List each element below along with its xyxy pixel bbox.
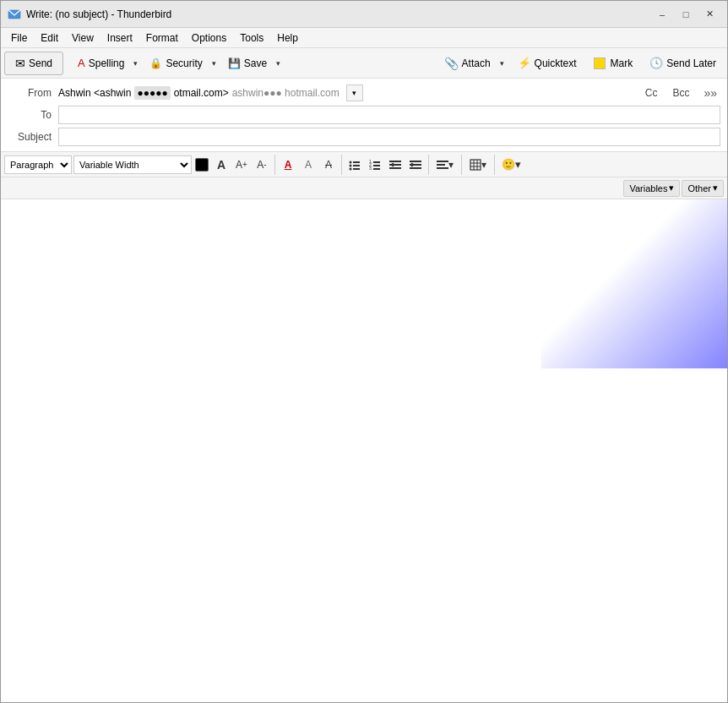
quicktext-icon: ⚡: [518, 57, 531, 69]
other-button[interactable]: Other ▾: [682, 180, 724, 197]
font-color-button[interactable]: A: [279, 155, 297, 174]
mark-button[interactable]: Mark: [586, 52, 641, 75]
quicktext-button[interactable]: ⚡ Quicktext: [510, 52, 584, 75]
increase-font-button[interactable]: A: [212, 155, 231, 174]
menu-file[interactable]: File: [4, 30, 34, 46]
svg-rect-6: [353, 168, 360, 170]
menu-edit[interactable]: Edit: [34, 30, 65, 46]
window-title: Write: (no subject) - Thunderbird: [26, 8, 651, 20]
from-row: From Ashwin <ashwin ●●●●● otmail.com> as…: [1, 82, 727, 104]
spelling-icon: A: [78, 57, 85, 69]
sendlater-button[interactable]: 🕓 Send Later: [642, 52, 724, 75]
svg-rect-20: [437, 164, 445, 166]
bcc-button[interactable]: Bcc: [668, 85, 693, 101]
extra-toolbar: Variables ▾ Other ▾: [1, 177, 727, 199]
svg-rect-17: [410, 164, 421, 166]
unordered-list-button[interactable]: [345, 155, 364, 174]
cc-bcc-area: Cc Bcc »»: [641, 85, 720, 101]
app-icon: [8, 8, 21, 21]
svg-rect-2: [353, 161, 360, 163]
send-icon: ✉: [15, 57, 25, 70]
emoji-button[interactable]: 🙂▾: [498, 155, 524, 174]
attach-button[interactable]: 📎 Attach: [439, 52, 496, 74]
security-dropdown-arrow[interactable]: ▾: [208, 52, 220, 74]
close-button[interactable]: ✕: [698, 6, 720, 23]
subject-label: Subject: [8, 131, 58, 143]
titlebar: Write: (no subject) - Thunderbird – □ ✕: [1, 1, 727, 28]
svg-point-3: [350, 164, 352, 166]
attach-dropdown-arrow[interactable]: ▾: [496, 52, 508, 74]
send-button[interactable]: ✉ Send: [4, 52, 63, 75]
expand-headers-button[interactable]: »»: [700, 85, 720, 101]
font-style-button[interactable]: A: [299, 155, 318, 174]
spelling-button[interactable]: A Spelling: [73, 52, 129, 74]
color-picker-button[interactable]: [195, 158, 209, 172]
cc-button[interactable]: Cc: [641, 85, 662, 101]
menu-view[interactable]: View: [65, 30, 101, 46]
to-row: To: [1, 104, 727, 126]
security-button[interactable]: 🔒 Security: [144, 52, 207, 74]
minimize-button[interactable]: –: [651, 6, 673, 23]
svg-rect-12: [373, 168, 380, 170]
save-button-group: 💾 Save ▾: [222, 52, 285, 75]
save-dropdown-arrow[interactable]: ▾: [272, 52, 284, 74]
other-label: Other: [687, 183, 711, 193]
variables-label: Variables: [629, 183, 667, 193]
insert-table-button[interactable]: ▾: [465, 155, 491, 174]
font-select[interactable]: Variable Width Fixed Width: [73, 155, 192, 174]
from-content: Ashwin <ashwin ●●●●● otmail.com> ashwin●…: [58, 84, 634, 101]
indent-button[interactable]: [406, 155, 425, 174]
to-label: To: [8, 109, 58, 121]
svg-rect-15: [389, 167, 401, 169]
subject-input[interactable]: [58, 128, 720, 146]
from-suffix: otmail.com>: [174, 87, 229, 99]
svg-rect-4: [353, 165, 360, 166]
window-controls: – □ ✕: [651, 6, 720, 23]
other-arrow-icon: ▾: [713, 183, 718, 193]
variables-button[interactable]: Variables ▾: [623, 180, 680, 197]
from-dropdown-button[interactable]: ▾: [346, 84, 363, 101]
menu-help[interactable]: Help: [270, 30, 305, 46]
quicktext-label: Quicktext: [535, 57, 577, 69]
from-name: Ashwin <ashwin: [58, 87, 131, 99]
menubar: File Edit View Insert Format Options Too…: [1, 28, 727, 48]
lock-icon: 🔒: [149, 57, 162, 69]
attach-label: Attach: [462, 57, 491, 69]
clock-icon: 🕓: [649, 57, 663, 69]
to-input[interactable]: [58, 106, 720, 124]
variables-arrow-icon: ▾: [669, 183, 674, 193]
svg-point-1: [350, 161, 352, 163]
header-fields: From Ashwin <ashwin ●●●●● otmail.com> as…: [1, 79, 727, 152]
svg-text:3.: 3.: [369, 166, 372, 171]
svg-rect-22: [470, 160, 481, 170]
svg-rect-10: [373, 165, 380, 166]
font-strikethrough-button[interactable]: A: [319, 155, 338, 174]
menu-format[interactable]: Format: [139, 30, 185, 46]
font-size-up-button[interactable]: A+: [232, 155, 251, 174]
from-hotmail: ashwin●●● hotmail.com: [232, 87, 340, 99]
align-button[interactable]: ▾: [432, 155, 458, 174]
security-button-group: 🔒 Security ▾: [144, 52, 220, 75]
font-size-down-button[interactable]: A-: [253, 155, 271, 174]
outdent-button[interactable]: [386, 155, 405, 174]
save-button[interactable]: 💾 Save: [223, 52, 272, 74]
spelling-label: Spelling: [89, 57, 125, 69]
attach-button-group: 📎 Attach ▾: [438, 52, 508, 75]
maximize-button[interactable]: □: [675, 6, 697, 23]
format-toolbar: Paragraph Heading 1 Heading 2 Address Pr…: [1, 152, 727, 177]
main-window: Write: (no subject) - Thunderbird – □ ✕ …: [0, 0, 728, 703]
compose-input[interactable]: [1, 199, 727, 702]
save-icon: 💾: [228, 57, 241, 69]
menu-tools[interactable]: Tools: [233, 30, 270, 46]
ordered-list-button[interactable]: 1.2.3.: [366, 155, 384, 174]
spelling-dropdown-arrow[interactable]: ▾: [129, 52, 141, 74]
subject-row: Subject: [1, 126, 727, 148]
menu-insert[interactable]: Insert: [101, 30, 139, 46]
svg-rect-19: [437, 161, 448, 162]
paragraph-style-select[interactable]: Paragraph Heading 1 Heading 2 Address Pr…: [4, 155, 72, 174]
main-toolbar: ✉ Send A Spelling ▾ 🔒 Security ▾ 💾 Save …: [1, 48, 727, 79]
svg-rect-16: [410, 161, 421, 162]
sendlater-label: Send Later: [666, 57, 716, 69]
menu-options[interactable]: Options: [185, 30, 233, 46]
security-label: Security: [166, 57, 202, 69]
